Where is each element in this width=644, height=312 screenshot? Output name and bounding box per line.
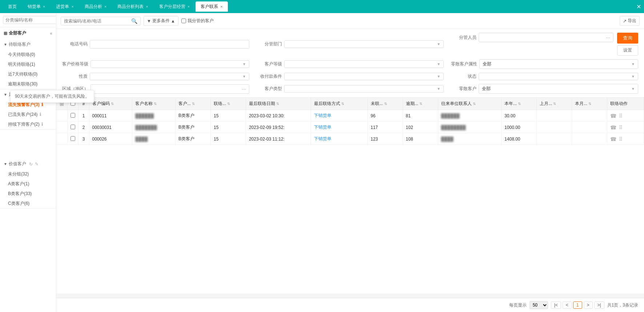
action-phone-icon-2[interactable]: ☎ <box>610 125 616 130</box>
manager-select[interactable]: ··· <box>479 33 613 42</box>
search-icon[interactable]: 🔍 <box>131 18 137 24</box>
filter-zero-customer-row: 零散客户 全部 ▼ <box>451 84 638 94</box>
filter-phone-row: 电话号码 <box>62 33 249 56</box>
th-contact-count[interactable]: 联络... ⇅ <box>210 98 246 110</box>
export-button[interactable]: ↗ 导出 <box>620 16 640 26</box>
last-method-link-3[interactable]: 下销货单 <box>314 136 331 141</box>
row-checkbox-1[interactable] <box>71 113 75 118</box>
more-conditions-btn[interactable]: ▼ 更多条件 ▲ <box>144 16 178 26</box>
last-method-link-1[interactable]: 下销货单 <box>314 113 331 118</box>
td-last-date-2: 2023-02-09 19:52: <box>246 122 311 133</box>
payment-select[interactable]: ▼ <box>284 73 444 80</box>
phone-input[interactable] <box>90 40 249 49</box>
close-tab-analysis[interactable]: × <box>104 4 106 9</box>
customer-type-select[interactable]: ▼ <box>284 85 444 93</box>
close-tab-tiering[interactable]: × <box>188 4 190 9</box>
action-phone-icon-1[interactable]: ☎ <box>610 113 616 119</box>
dots-icon-manager[interactable]: ··· <box>606 35 610 40</box>
last-page-btn[interactable]: >| <box>594 301 604 309</box>
sidebar-item-declining[interactable]: 持续下滑客户(2) ℹ <box>0 119 56 129</box>
region-select[interactable]: ··· <box>90 84 249 94</box>
td-last-date-3: 2023-02-03 11:12: <box>246 133 311 145</box>
th-contacts[interactable]: 往来单位联系人 ⇅ <box>438 98 502 110</box>
sidebar-collapse-btn[interactable]: « <box>50 31 52 36</box>
action-menu-icon-3[interactable]: ⠿ <box>619 136 623 142</box>
row-checkbox-3[interactable] <box>71 136 75 141</box>
th-last-date[interactable]: 最后联络日期 ⇅ <box>246 98 311 110</box>
td-this-year-2: 1000.00 <box>502 122 537 133</box>
th-last-method[interactable]: 最后联络方式 ⇅ <box>311 98 367 110</box>
my-customers-checkbox-label[interactable]: 我分管的客户 <box>181 18 214 24</box>
sidebar-root-item[interactable]: ⊞ 全部客户 « <box>0 27 56 39</box>
sidebar-item-ungrouped[interactable]: 未分组(32) <box>0 169 56 179</box>
tab-product-analysis-list[interactable]: 商品分析列表 × <box>112 1 153 12</box>
refresh-icon[interactable]: ↻ <box>29 162 33 167</box>
table-header-row: ⊞ # 客户编码 ⇅ 客户名称 ⇅ <box>56 98 644 110</box>
td-action-2: ☎ ⠿ <box>607 122 644 133</box>
my-customers-checkbox[interactable] <box>181 19 186 23</box>
last-method-link-2[interactable]: 下销货单 <box>314 125 331 130</box>
td-type-3: B类客户 <box>176 133 211 145</box>
sidebar-item-today-pending[interactable]: 今天待联络(0) <box>0 50 56 60</box>
sidebar-item-b-class[interactable]: B类客户(33) <box>0 189 56 199</box>
tab-customer-contact[interactable]: 客户联系 × <box>196 1 228 12</box>
tab-product-analysis[interactable]: 商品分析 × <box>80 1 112 12</box>
row-checkbox-2[interactable] <box>71 125 75 129</box>
th-unlisted[interactable]: 未联... ⇅ <box>367 98 403 110</box>
search-input[interactable] <box>64 19 130 24</box>
dots-icon-region[interactable]: ··· <box>242 86 246 92</box>
filter-customer-level-row: 客户等级 ▼ <box>257 59 444 69</box>
sidebar-group-value-title[interactable]: ▼ 价值客户 ↻ ✎ <box>0 159 56 169</box>
td-checkbox-2 <box>67 122 78 133</box>
dept-select[interactable]: ▼ <box>284 40 444 48</box>
th-this-month[interactable]: 本月... ⇅ <box>572 98 607 110</box>
setting-button[interactable]: 设置 <box>617 45 638 56</box>
action-btns-area: 查询 设置 <box>617 33 638 56</box>
sidebar-item-tomorrow-pending[interactable]: 明天待联络(1) <box>0 60 56 69</box>
gender-select[interactable]: ▼ <box>90 73 249 80</box>
tab-customer-tiering[interactable]: 客户分层经营 × <box>154 1 195 12</box>
th-code[interactable]: 客户编码 ⇅ <box>89 98 132 110</box>
action-phone-icon-3[interactable]: ☎ <box>610 136 616 142</box>
first-page-btn[interactable]: |< <box>551 301 561 309</box>
td-settings-2 <box>56 122 67 133</box>
sort-icon-this-year: ⇅ <box>518 102 521 106</box>
close-tab-contact[interactable]: × <box>220 4 222 9</box>
th-overdue[interactable]: 逾期... ⇅ <box>403 98 438 110</box>
sidebar-item-a-class[interactable]: A类客户(1) <box>0 179 56 189</box>
window-close-button[interactable]: ✕ <box>636 3 641 10</box>
tab-purchase-order[interactable]: 进货单 × <box>51 1 79 12</box>
price-level-select[interactable]: ▼ <box>90 60 249 68</box>
th-this-year[interactable]: 本年... ⇅ <box>502 98 537 110</box>
close-tab-analysis-list[interactable]: × <box>146 4 148 9</box>
action-menu-icon-2[interactable]: ⠿ <box>619 125 623 130</box>
close-tab-sales[interactable]: × <box>43 4 45 9</box>
tab-sales-order[interactable]: 销货单 × <box>23 1 50 12</box>
sidebar-search-input[interactable] <box>3 16 56 24</box>
page-size-select[interactable]: 50 100 200 <box>530 301 548 309</box>
prev-page-btn[interactable]: < <box>563 301 572 309</box>
th-type[interactable]: 客户... ⇅ <box>176 98 211 110</box>
td-num-1: 1 <box>78 110 89 122</box>
td-overdue-2: 102 <box>403 122 438 133</box>
next-page-btn[interactable]: > <box>584 301 593 309</box>
zero-attr-select[interactable]: 全部 ▼ <box>479 59 638 69</box>
customer-level-select[interactable]: ▼ <box>284 60 444 68</box>
td-type-2: B类客户 <box>176 122 211 133</box>
sidebar-item-7day-pending[interactable]: 近7天待联络(0) <box>0 69 56 79</box>
filter-payment-row: 收付款条件 ▼ <box>257 73 444 80</box>
tab-home[interactable]: 首页 <box>3 1 22 12</box>
query-button[interactable]: 查询 <box>617 33 638 44</box>
th-name[interactable]: 客户名称 ⇅ <box>132 98 176 110</box>
sidebar-group-pending-title[interactable]: ▼ 待联络客户 <box>0 39 56 50</box>
edit-icon[interactable]: ✎ <box>35 162 39 167</box>
th-last-month[interactable]: 上月... ⇅ <box>537 98 572 110</box>
status-select[interactable]: ▼ <box>479 73 638 80</box>
sidebar-item-c-class[interactable]: C类客户(6) <box>0 199 56 208</box>
action-menu-icon-1[interactable]: ⠿ <box>619 113 623 119</box>
zero-customer-select[interactable]: 全部 ▼ <box>479 84 638 94</box>
close-tab-purchase[interactable]: × <box>71 4 73 9</box>
horizontal-scrollbar[interactable] <box>56 293 644 298</box>
sidebar-item-churned[interactable]: 已流失客户(24) ℹ <box>0 110 56 119</box>
sidebar-item-overdue-pending[interactable]: 逾期未联络(30) <box>0 79 56 89</box>
